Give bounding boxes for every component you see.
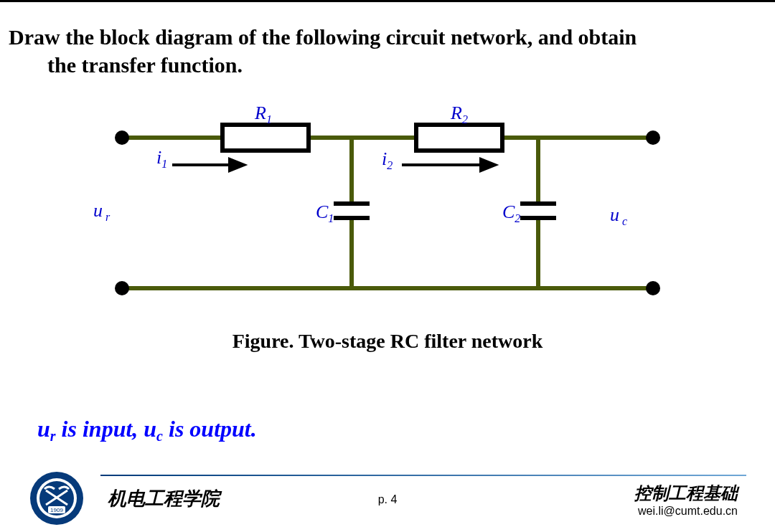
sub-c: c xyxy=(156,428,163,444)
question-line2: the transfer function. xyxy=(9,51,766,79)
figure-caption: Figure. Two-stage RC filter network xyxy=(0,330,775,353)
io-mid2: is output. xyxy=(163,416,257,442)
top-border xyxy=(0,0,775,2)
sub-r: r xyxy=(50,428,56,444)
label-r1: R1 xyxy=(254,103,272,125)
label-r2: R2 xyxy=(450,103,468,125)
current-arrow-i2 xyxy=(402,159,495,171)
svg-point-13 xyxy=(115,130,129,145)
contact-email: wei.li@cumt.edu.cn xyxy=(638,505,738,518)
svg-point-16 xyxy=(646,281,660,295)
svg-text:1909: 1909 xyxy=(50,507,63,513)
svg-point-15 xyxy=(115,281,129,295)
label-uc: uc xyxy=(610,204,627,227)
io-statement: ur is input, uc is output. xyxy=(37,416,257,442)
footer: 1909 机电工程学院 p. 4 控制工程基础 wei.li@cumt.edu.… xyxy=(0,475,775,532)
course-name: 控制工程基础 xyxy=(634,482,738,505)
label-ur: ur xyxy=(93,200,111,223)
svg-marker-18 xyxy=(230,159,244,171)
var-ur: u xyxy=(37,416,50,442)
resistor-r2 xyxy=(416,125,502,151)
label-c1: C1 xyxy=(316,201,334,224)
content-area: Draw the block diagram of the following … xyxy=(9,23,766,79)
footer-divider xyxy=(100,475,746,476)
label-i1: i1 xyxy=(156,147,167,170)
question-text: Draw the block diagram of the following … xyxy=(9,23,766,79)
svg-marker-20 xyxy=(481,159,495,171)
label-i2: i2 xyxy=(382,148,393,171)
svg-point-14 xyxy=(646,130,660,145)
slide-page: Draw the block diagram of the following … xyxy=(0,0,775,532)
current-arrow-i1 xyxy=(172,159,244,171)
io-mid1: is input, xyxy=(56,416,144,442)
resistor-r1 xyxy=(222,125,309,151)
circuit-diagram: R1 R2 i1 i2 C1 C2 ur uc xyxy=(100,109,675,310)
question-line1: Draw the block diagram of the following … xyxy=(9,25,637,49)
label-c2: C2 xyxy=(502,201,520,224)
var-uc: u xyxy=(144,416,156,442)
